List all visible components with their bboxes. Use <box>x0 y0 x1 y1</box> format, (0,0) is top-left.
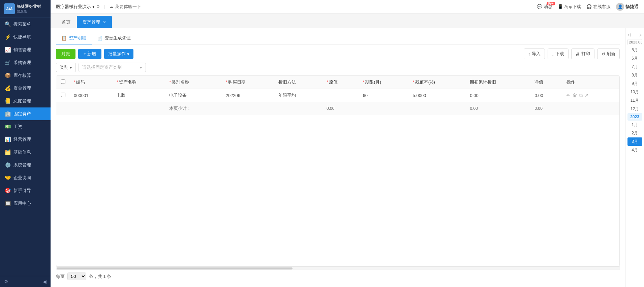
topbar: 医疗器械行业演示 ▾ ⚙ | ☁ 我要体验一下 💬 消息 99+ 📱 App下载… <box>51 0 644 13</box>
select-all-checkbox[interactable] <box>61 79 65 84</box>
sidebar-item-企业协同[interactable]: 🤝 企业协同 <box>0 171 51 184</box>
sidebar-label-7: 固定资产 <box>13 111 31 117</box>
sidebar-item-销售管理[interactable]: 📈 销售管理 <box>0 43 51 56</box>
sidebar-label-2: 销售管理 <box>13 47 31 53</box>
sidebar-item-系统管理[interactable]: ⚙️ 系统管理 <box>0 159 51 171</box>
expand-right-icon[interactable]: ▷ <box>639 32 642 37</box>
month-item[interactable]: 9月 <box>627 79 642 88</box>
cell-net-value: 0.00 <box>530 89 562 102</box>
sidebar-icon-5: 💰 <box>5 85 11 91</box>
batch-button[interactable]: 批量操作 ▾ <box>104 49 133 59</box>
sub-tab-voucher[interactable]: 📄 变更生成凭证 <box>92 32 136 44</box>
cell-operation: ✏ 🗑 ⧉ ↗ <box>562 89 619 102</box>
cell-purchase-date: 202206 <box>222 89 274 102</box>
main-area: 医疗器械行业演示 ▾ ⚙ | ☁ 我要体验一下 💬 消息 99+ 📱 App下载… <box>51 0 644 287</box>
sidebar-label-14: 应用中心 <box>13 200 31 206</box>
company-name: 医疗器械行业演示 <box>56 4 91 10</box>
logo-text: 畅捷通好业财 <box>17 4 41 9</box>
tab-asset-management[interactable]: 资产管理 ✕ <box>77 16 112 28</box>
sidebar-icon-9: 📊 <box>5 136 11 142</box>
month-item[interactable]: 1月 <box>627 121 642 129</box>
sub-tab-icon-detail: 📋 <box>61 36 67 41</box>
month-item[interactable]: 7月 <box>627 63 642 71</box>
row-checkbox[interactable] <box>61 93 65 97</box>
edit-icon[interactable]: ✏ <box>566 93 571 98</box>
user-menu[interactable]: 👤 畅捷通 <box>616 3 639 11</box>
sidebar-label-13: 新手引导 <box>13 188 31 194</box>
month-item[interactable]: 11月 <box>627 96 642 105</box>
experience-btn[interactable]: ☁ 我要体验一下 <box>109 4 141 10</box>
subtotal-original: 0.00 <box>323 102 359 115</box>
message-icon: 💬 <box>537 4 542 9</box>
print-icon: 🖨 <box>576 52 580 57</box>
collapse-icon[interactable]: ◀ <box>43 279 47 284</box>
import-button[interactable]: ↑ 导入 <box>524 49 545 59</box>
sidebar-item-库存核算[interactable]: 📦 库存核算 <box>0 69 51 82</box>
sidebar-item-采购管理[interactable]: 🛒 采购管理 <box>0 56 51 69</box>
duizhang-button[interactable]: 对账 <box>56 49 75 59</box>
cell-category: 电子设备 <box>165 89 222 102</box>
sidebar-label-9: 经营管理 <box>13 136 31 142</box>
more-icon[interactable]: ↗ <box>585 93 589 98</box>
settings-icon[interactable]: ⚙ <box>4 279 8 284</box>
sidebar-item-资金管理[interactable]: 💰 资金管理 <box>0 82 51 95</box>
col-original-value: *原值 <box>323 76 359 89</box>
company-selector[interactable]: 医疗器械行业演示 ▾ ⚙ <box>56 4 100 10</box>
horizontal-scrollbar[interactable] <box>56 266 620 270</box>
page-size-select[interactable]: 50 100 <box>67 273 86 280</box>
sidebar-item-经营管理[interactable]: 📊 经营管理 <box>0 133 51 146</box>
month-item[interactable]: 12月 <box>627 105 642 113</box>
sidebar-label-6: 总账管理 <box>13 98 31 104</box>
sidebar-item-工资[interactable]: 💵 工资 <box>0 120 51 133</box>
download-button[interactable]: ↓ 下载 <box>548 49 569 59</box>
month-item[interactable]: 2月 <box>627 129 642 137</box>
sidebar-item-搜索菜单[interactable]: 🔍 搜索菜单 <box>0 18 51 31</box>
collapse-right-icon[interactable]: ◁ <box>627 32 631 37</box>
sidebar-nav: 🔍 搜索菜单 ⚡ 快捷导航 📈 销售管理 🛒 采购管理 📦 库存核算 💰 资金管… <box>0 18 51 276</box>
sidebar-icon-4: 📦 <box>5 72 11 78</box>
settings-icon[interactable]: ⚙ <box>96 4 100 9</box>
month-item[interactable]: 10月 <box>627 88 642 96</box>
sidebar-footer: ⚙ ◀ <box>0 276 51 287</box>
print-button[interactable]: 🖨 打印 <box>571 49 594 59</box>
select-all-header[interactable] <box>56 76 70 89</box>
sidebar-label-8: 工资 <box>13 124 22 130</box>
sidebar-item-应用中心[interactable]: 🔲 应用中心 <box>0 197 51 210</box>
sidebar-icon-0: 🔍 <box>5 21 11 27</box>
month-item[interactable]: 3月 <box>627 137 642 146</box>
subtotal-label: 本页小计： <box>169 106 191 111</box>
tab-close-icon[interactable]: ✕ <box>103 20 106 25</box>
copy-icon[interactable]: ⧉ <box>579 93 583 98</box>
sidebar-label-4: 库存核算 <box>13 72 31 78</box>
sidebar-item-总账管理[interactable]: 📒 总账管理 <box>0 95 51 107</box>
month-item[interactable]: 6月 <box>627 54 642 63</box>
month-item[interactable]: 5月 <box>627 46 642 54</box>
sub-tab-asset-detail[interactable]: 📋 资产明细 <box>56 32 92 44</box>
category-input[interactable]: 请选择固定资产类别 ▾ <box>79 63 146 72</box>
delete-icon[interactable]: 🗑 <box>573 93 577 98</box>
sidebar-item-固定资产[interactable]: 🏢 固定资产 <box>0 107 51 120</box>
sidebar-item-快捷导航[interactable]: ⚡ 快捷导航 <box>0 31 51 43</box>
category-filter[interactable]: 类别 ▾ <box>56 63 76 72</box>
refresh-button[interactable]: ↺ 刷新 <box>597 49 620 59</box>
year-marker: 2023 <box>627 113 642 121</box>
online-service-btn[interactable]: 🎧 在线客服 <box>586 4 611 10</box>
month-item[interactable]: 4月 <box>627 146 642 154</box>
col-period: *期限(月) <box>359 76 408 89</box>
new-button[interactable]: + 新增 <box>78 49 101 59</box>
cell-period: 60 <box>359 89 408 102</box>
sidebar-icon-12: 🤝 <box>5 175 11 181</box>
sidebar-label-11: 系统管理 <box>13 162 31 168</box>
month-item[interactable]: 8月 <box>627 71 642 79</box>
scroll-thumb[interactable] <box>57 267 293 269</box>
sidebar-item-基础信息[interactable]: 🗂️ 基础信息 <box>0 146 51 159</box>
app-download-btn[interactable]: 📱 App下载 <box>558 4 581 10</box>
sidebar-item-新手引导[interactable]: 🎯 新手引导 <box>0 184 51 197</box>
sidebar-icon-6: 📒 <box>5 98 11 104</box>
message-btn[interactable]: 💬 消息 99+ <box>537 4 552 10</box>
sidebar-label-12: 企业协同 <box>13 175 31 181</box>
service-icon: 🎧 <box>586 4 592 9</box>
tab-home[interactable]: 首页 <box>56 16 76 28</box>
year-display: 2023.03 <box>627 39 642 45</box>
download-icon: 📱 <box>558 4 563 9</box>
